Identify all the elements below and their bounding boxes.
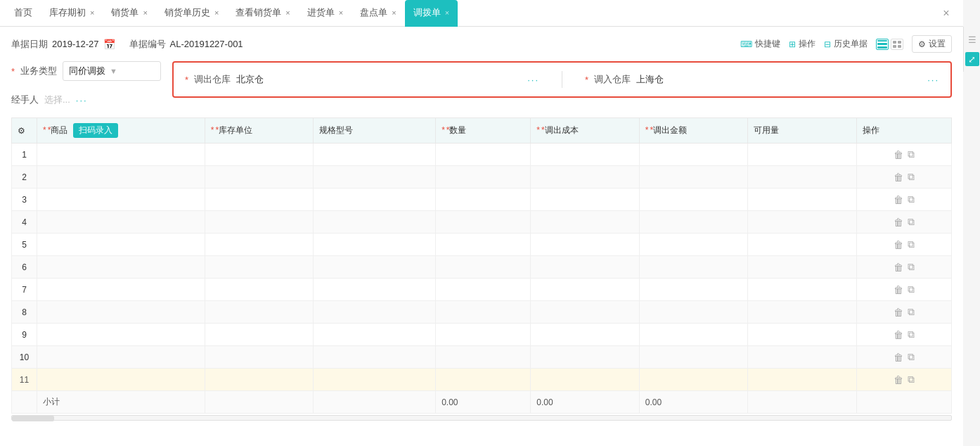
delete-icon-11[interactable]: 🗑: [894, 374, 903, 386]
cost-cell-5[interactable]: [531, 234, 639, 256]
copy-icon-11[interactable]: ⧉: [908, 374, 915, 386]
tab-transfer-close[interactable]: ×: [445, 8, 449, 17]
th-settings[interactable]: ⚙: [12, 118, 37, 144]
qty-cell-11[interactable]: [436, 369, 531, 391]
qty-cell-7[interactable]: [436, 279, 531, 301]
product-cell-5[interactable]: [37, 234, 205, 256]
product-cell-9[interactable]: [37, 324, 205, 346]
copy-icon-1[interactable]: ⧉: [908, 148, 915, 160]
unit-cell-8[interactable]: [205, 301, 313, 324]
unit-cell-11[interactable]: [205, 369, 313, 391]
spec-cell-7[interactable]: [314, 279, 436, 301]
available-cell-3[interactable]: [748, 189, 856, 211]
qty-cell-4[interactable]: [436, 211, 531, 234]
cost-cell-6[interactable]: [531, 256, 639, 279]
calendar-icon[interactable]: 📅: [103, 39, 115, 50]
available-cell-5[interactable]: [748, 234, 856, 256]
copy-icon-3[interactable]: ⧉: [908, 193, 915, 205]
delete-icon-10[interactable]: 🗑: [894, 352, 903, 363]
copy-icon-5[interactable]: ⧉: [908, 238, 915, 250]
spec-cell-6[interactable]: [314, 256, 436, 279]
amount-cell-2[interactable]: [639, 166, 747, 189]
transfer-out-more-icon[interactable]: ···: [527, 75, 539, 85]
business-type-select[interactable]: 同价调拨 ▼: [63, 61, 161, 81]
unit-cell-3[interactable]: [205, 189, 313, 211]
sidebar-expand-icon[interactable]: ⤢: [965, 52, 979, 66]
available-cell-10[interactable]: [748, 346, 856, 369]
settings-button[interactable]: ⚙ 设置: [912, 35, 952, 53]
unit-cell-7[interactable]: [205, 279, 313, 301]
window-close-button[interactable]: ×: [935, 2, 958, 25]
qty-cell-2[interactable]: [436, 166, 531, 189]
delete-icon-5[interactable]: 🗑: [894, 239, 903, 250]
available-cell-4[interactable]: [748, 211, 856, 234]
amount-cell-10[interactable]: [639, 346, 747, 369]
tab-stocktake[interactable]: 盘点单 ×: [352, 0, 404, 27]
spec-cell-3[interactable]: [314, 189, 436, 211]
unit-cell-2[interactable]: [205, 166, 313, 189]
cost-cell-1[interactable]: [531, 144, 639, 166]
tab-purchase-close[interactable]: ×: [339, 8, 343, 17]
copy-icon-4[interactable]: ⧉: [908, 216, 915, 228]
amount-cell-5[interactable]: [639, 234, 747, 256]
available-cell-6[interactable]: [748, 256, 856, 279]
amount-cell-6[interactable]: [639, 256, 747, 279]
tab-transfer[interactable]: 调拨单 ×: [405, 0, 458, 27]
layout-list-icon[interactable]: [876, 39, 889, 50]
spec-cell-2[interactable]: [314, 166, 436, 189]
available-cell-7[interactable]: [748, 279, 856, 301]
spec-cell-5[interactable]: [314, 234, 436, 256]
qty-cell-9[interactable]: [436, 324, 531, 346]
spec-cell-4[interactable]: [314, 211, 436, 234]
qty-cell-10[interactable]: [436, 346, 531, 369]
product-cell-1[interactable]: [37, 144, 205, 166]
tab-sales-history[interactable]: 销货单历史 ×: [156, 0, 227, 27]
qty-cell-1[interactable]: [436, 144, 531, 166]
spec-cell-8[interactable]: [314, 301, 436, 324]
product-cell-7[interactable]: [37, 279, 205, 301]
unit-cell-10[interactable]: [205, 346, 313, 369]
tab-view-sales[interactable]: 查看销货单 ×: [227, 0, 298, 27]
amount-cell-8[interactable]: [639, 301, 747, 324]
product-cell-8[interactable]: [37, 301, 205, 324]
cost-cell-8[interactable]: [531, 301, 639, 324]
copy-icon-10[interactable]: ⧉: [908, 351, 915, 363]
transfer-in-more-icon[interactable]: ···: [927, 75, 939, 85]
cost-cell-11[interactable]: [531, 369, 639, 391]
qty-cell-3[interactable]: [436, 189, 531, 211]
shortcuts-btn[interactable]: ⌨ 快捷键: [740, 38, 780, 50]
amount-cell-3[interactable]: [639, 189, 747, 211]
copy-icon-7[interactable]: ⧉: [908, 283, 915, 295]
operations-btn[interactable]: ⊞ 操作: [789, 38, 815, 50]
product-cell-10[interactable]: [37, 346, 205, 369]
delete-icon-1[interactable]: 🗑: [894, 149, 903, 160]
product-cell-3[interactable]: [37, 189, 205, 211]
delete-icon-9[interactable]: 🗑: [894, 329, 903, 340]
spec-cell-11[interactable]: [314, 369, 436, 391]
cost-cell-3[interactable]: [531, 189, 639, 211]
cost-cell-9[interactable]: [531, 324, 639, 346]
unit-cell-4[interactable]: [205, 211, 313, 234]
scrollbar-thumb[interactable]: [12, 416, 54, 421]
amount-cell-7[interactable]: [639, 279, 747, 301]
amount-cell-9[interactable]: [639, 324, 747, 346]
tab-home[interactable]: 首页: [6, 0, 41, 27]
unit-cell-1[interactable]: [205, 144, 313, 166]
amount-cell-1[interactable]: [639, 144, 747, 166]
qty-cell-6[interactable]: [436, 256, 531, 279]
unit-cell-6[interactable]: [205, 256, 313, 279]
spec-cell-9[interactable]: [314, 324, 436, 346]
delete-icon-7[interactable]: 🗑: [894, 284, 903, 295]
gear-icon[interactable]: ⚙: [18, 126, 25, 136]
product-cell-4[interactable]: [37, 211, 205, 234]
amount-cell-4[interactable]: [639, 211, 747, 234]
delete-icon-4[interactable]: 🗑: [894, 217, 903, 228]
amount-cell-11[interactable]: [639, 369, 747, 391]
tab-sales-history-close[interactable]: ×: [214, 8, 219, 17]
cost-cell-10[interactable]: [531, 346, 639, 369]
copy-icon-2[interactable]: ⧉: [908, 171, 915, 183]
tab-stocktake-close[interactable]: ×: [392, 8, 396, 17]
available-cell-2[interactable]: [748, 166, 856, 189]
tab-sales-order[interactable]: 销货单 ×: [103, 0, 155, 27]
copy-icon-6[interactable]: ⧉: [908, 261, 915, 273]
